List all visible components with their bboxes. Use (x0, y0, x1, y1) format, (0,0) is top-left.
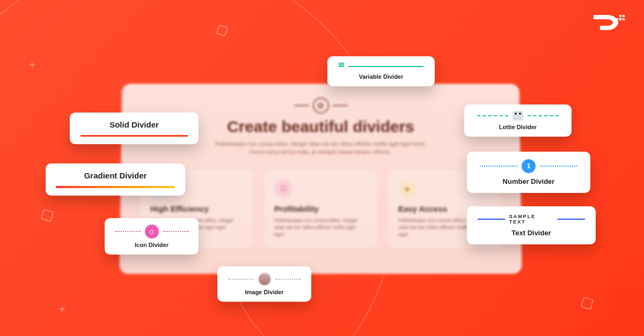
card-text: Pellentesque non cursus tellus. Integer … (274, 217, 367, 238)
dashed-line (477, 115, 508, 116)
layers-icon (339, 63, 344, 70)
chip-number-divider: 1 Number Divider (467, 152, 590, 193)
sample-text: SAMPLE TEXT (509, 214, 554, 225)
chip-label: Number Divider (503, 177, 555, 185)
dotted-line (163, 231, 189, 232)
chip-icon-divider: ◇ Icon Divider (105, 218, 199, 255)
brand-logo (589, 12, 628, 35)
card-title: High Efficiency (150, 204, 243, 213)
card-profitability: ☷ Profitability Pellentesque non cursus … (265, 170, 377, 248)
chip-solid-divider: Solid Divider (70, 113, 199, 144)
svg-rect-3 (619, 18, 621, 20)
solid-line (348, 66, 423, 68)
solid-line (80, 135, 188, 137)
gradient-line (56, 186, 175, 188)
solid-line (478, 219, 505, 220)
dotted-line (480, 166, 517, 167)
dotted-line (275, 279, 301, 280)
chip-label: Icon Divider (135, 242, 169, 248)
svg-rect-0 (619, 15, 621, 17)
svg-rect-4 (616, 18, 618, 20)
dashed-line (528, 115, 559, 116)
svg-rect-1 (623, 15, 625, 17)
dotted-line (115, 231, 141, 232)
coins-icon: ☷ (274, 180, 292, 198)
solid-line (558, 219, 585, 220)
number-badge: 1 (522, 159, 536, 173)
dotted-line (540, 166, 577, 167)
chip-label: Solid Divider (109, 120, 159, 129)
chip-label: Lottie Divider (499, 124, 537, 130)
chip-label: Gradient Divider (84, 171, 147, 180)
robot-icon (513, 111, 523, 121)
chip-label: Text Divider (511, 229, 551, 237)
chip-gradient-divider: Gradient Divider (46, 163, 185, 196)
chip-lottie-divider: Lottie Divider (464, 104, 572, 137)
target-icon: ◈ (398, 180, 416, 198)
chip-label: Image Divider (245, 289, 283, 295)
diamond-icon: ◇ (145, 225, 159, 238)
card-title: Profitability (274, 204, 367, 213)
chip-image-divider: Image Divider (217, 266, 311, 302)
dotted-line (228, 279, 254, 280)
avatar-icon (258, 273, 271, 286)
svg-rect-2 (623, 18, 625, 20)
chip-variable-divider: Variable Divider (327, 56, 435, 86)
panel-top-divider: ✿ (142, 98, 500, 114)
gear-icon: ✿ (313, 98, 329, 114)
chip-text-divider: SAMPLE TEXT Text Divider (467, 206, 596, 244)
chip-label: Variable Divider (359, 73, 404, 80)
